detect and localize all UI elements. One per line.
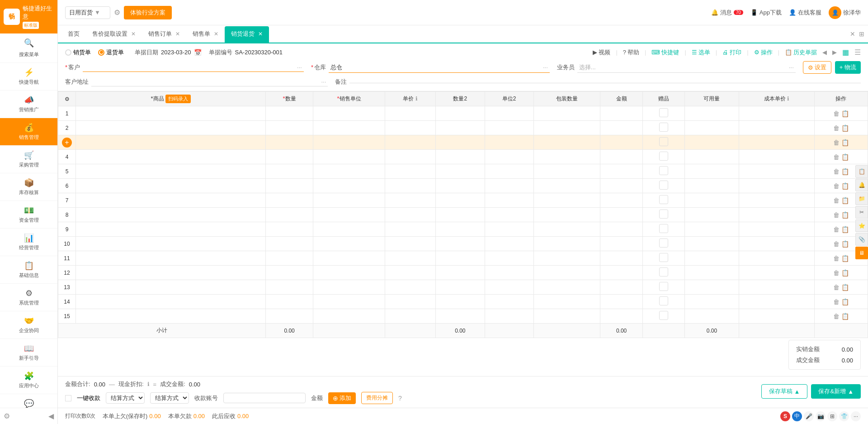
right-tool-paperclip[interactable]: 📎: [855, 233, 868, 246]
col-gear[interactable]: ⚙: [58, 92, 76, 106]
delete-row-1[interactable]: 🗑: [833, 110, 840, 117]
cell-cost-price-11[interactable]: [739, 251, 815, 266]
cell-product-1[interactable]: [76, 106, 266, 121]
cell-product-4[interactable]: [76, 150, 266, 164]
cell-unit-price-6[interactable]: [385, 179, 436, 193]
action-video[interactable]: ▶ 视频: [593, 48, 610, 57]
customer-input[interactable]: ···: [83, 63, 304, 72]
status-icon-s[interactable]: S: [780, 411, 790, 421]
cell-qty2-8[interactable]: [436, 208, 485, 222]
cell-unit-price-10[interactable]: [385, 237, 436, 251]
gift-checkbox-8[interactable]: [659, 210, 668, 219]
cell-amount-3[interactable]: [600, 135, 642, 150]
cell-cost-price-6[interactable]: [739, 179, 815, 193]
cell-product-3[interactable]: [76, 135, 266, 150]
cell-sales-unit-10[interactable]: [313, 237, 385, 251]
cell-unit-price-15[interactable]: [385, 309, 436, 324]
cell-sales-unit-7[interactable]: [313, 193, 385, 208]
cell-product-13[interactable]: [76, 280, 266, 295]
save-new-btn[interactable]: 保存&新增 ▲: [811, 384, 861, 399]
copy-row-6[interactable]: 📋: [841, 182, 849, 190]
cell-available-2[interactable]: [684, 121, 739, 135]
nav-prev-icon[interactable]: ◀: [822, 49, 827, 56]
add-logistics-btn[interactable]: + 物流: [835, 61, 861, 74]
cell-amount-12[interactable]: [600, 266, 642, 280]
messages-btn[interactable]: 🔔 消息 70: [711, 9, 743, 17]
trial-btn[interactable]: 体验行业方案: [124, 6, 172, 19]
action-print[interactable]: 🖨 打印: [722, 48, 741, 57]
cell-unit-price-5[interactable]: [385, 164, 436, 179]
cell-unit2-9[interactable]: [485, 222, 533, 237]
cell-gift-13[interactable]: [642, 280, 684, 295]
cell-unit-price-2[interactable]: [385, 121, 436, 135]
cell-available-8[interactable]: [684, 208, 739, 222]
cell-gift-7[interactable]: [642, 193, 684, 208]
grid-view-icon[interactable]: ▦: [842, 48, 849, 57]
calc-method-select[interactable]: 结算方式: [150, 392, 189, 404]
gift-checkbox-5[interactable]: [659, 166, 668, 175]
copy-row-14[interactable]: 📋: [841, 298, 849, 305]
cell-qty2-11[interactable]: [436, 251, 485, 266]
cell-pack-qty-9[interactable]: [533, 222, 600, 237]
cell-unit-price-3[interactable]: [385, 135, 436, 150]
cell-gift-9[interactable]: [642, 222, 684, 237]
cell-qty-2[interactable]: [266, 121, 313, 135]
cell-available-9[interactable]: [684, 222, 739, 237]
delete-row-9[interactable]: 🗑: [833, 226, 840, 233]
cell-amount-14[interactable]: [600, 295, 642, 309]
tab-close-sales-order[interactable]: ✕: [175, 31, 180, 37]
cell-available-3[interactable]: [684, 135, 739, 150]
sidebar-item-app-center[interactable]: 🧩 应用中心: [0, 367, 57, 394]
cell-available-10[interactable]: [684, 237, 739, 251]
remark-input[interactable]: [349, 81, 861, 83]
cell-unit-price-13[interactable]: [385, 280, 436, 295]
cell-pack-qty-2[interactable]: [533, 121, 600, 135]
cell-qty2-14[interactable]: [436, 295, 485, 309]
cell-gift-1[interactable]: [642, 106, 684, 121]
cell-amount-6[interactable]: [600, 179, 642, 193]
cell-pack-qty-1[interactable]: [533, 106, 600, 121]
cell-available-14[interactable]: [684, 295, 739, 309]
copy-row-10[interactable]: 📋: [841, 240, 849, 248]
discount-info-icon[interactable]: ℹ: [147, 381, 150, 387]
copy-row-13[interactable]: 📋: [841, 284, 849, 291]
cell-gift-15[interactable]: [642, 309, 684, 324]
cell-unit-price-4[interactable]: [385, 150, 436, 164]
cell-gift-11[interactable]: [642, 251, 684, 266]
delete-row-7[interactable]: 🗑: [833, 197, 840, 204]
status-icon-shirt[interactable]: 👕: [839, 411, 849, 421]
cell-gift-8[interactable]: [642, 208, 684, 222]
cell-qty2-7[interactable]: [436, 193, 485, 208]
cell-pack-qty-14[interactable]: [533, 295, 600, 309]
cell-qty2-1[interactable]: [436, 106, 485, 121]
cell-amount-11[interactable]: [600, 251, 642, 266]
cell-amount-4[interactable]: [600, 150, 642, 164]
gift-checkbox-11[interactable]: [659, 253, 668, 262]
cell-pack-qty-6[interactable]: [533, 179, 600, 193]
cell-qty-13[interactable]: [266, 280, 313, 295]
cell-available-4[interactable]: [684, 150, 739, 164]
cell-product-12[interactable]: [76, 266, 266, 280]
sidebar-item-purchase[interactable]: 🛒 采购管理: [0, 146, 57, 173]
gift-checkbox-1[interactable]: [659, 108, 668, 117]
status-icon-cam[interactable]: 📷: [816, 411, 826, 421]
cell-qty-3[interactable]: [266, 135, 313, 150]
fee-split-btn[interactable]: 费用分摊: [361, 392, 393, 404]
cell-pack-qty-4[interactable]: [533, 150, 600, 164]
cell-qty-5[interactable]: [266, 164, 313, 179]
copy-row-15[interactable]: 📋: [841, 313, 849, 320]
cell-cost-price-7[interactable]: [739, 193, 815, 208]
cell-cost-price-1[interactable]: [739, 106, 815, 121]
cell-available-5[interactable]: [684, 164, 739, 179]
cell-unit-price-11[interactable]: [385, 251, 436, 266]
cell-product-8[interactable]: [76, 208, 266, 222]
cell-pack-qty-15[interactable]: [533, 309, 600, 324]
salesperson-input[interactable]: 选择... ···: [577, 62, 796, 73]
gift-checkbox-7[interactable]: [659, 195, 668, 204]
cell-unit2-2[interactable]: [485, 121, 533, 135]
cell-qty2-10[interactable]: [436, 237, 485, 251]
cell-product-10[interactable]: [76, 237, 266, 251]
cell-unit2-12[interactable]: [485, 266, 533, 280]
cell-product-11[interactable]: [76, 251, 266, 266]
cell-product-2[interactable]: [76, 121, 266, 135]
